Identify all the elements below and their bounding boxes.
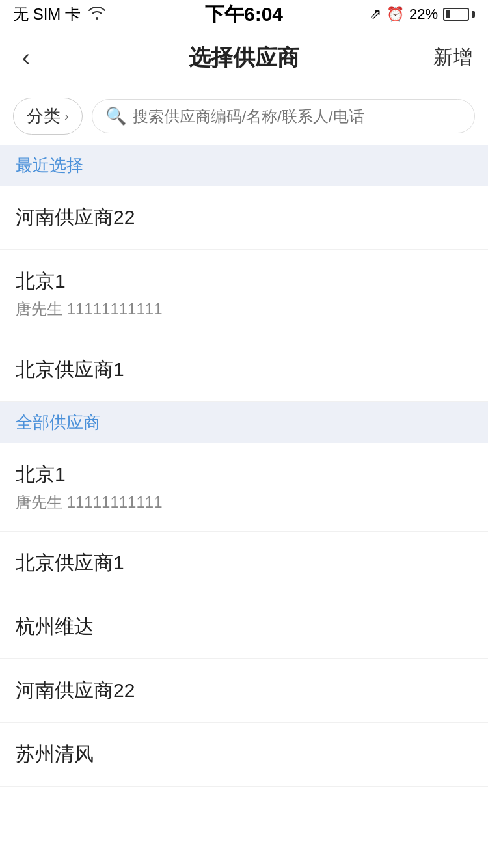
item-name: 北京1	[16, 461, 472, 488]
carrier-label: 无 SIM 卡	[13, 4, 81, 25]
add-button[interactable]: 新增	[433, 44, 472, 71]
recent-list: 河南供应商22北京1唐先生 11111111111北京供应商1	[0, 186, 488, 402]
item-name: 杭州维达	[16, 614, 472, 640]
back-button[interactable]: ‹	[16, 38, 36, 78]
recent-list-item[interactable]: 河南供应商22	[0, 186, 488, 250]
battery-percent: 22%	[409, 6, 438, 23]
search-icon: 🔍	[105, 106, 126, 126]
item-name: 河南供应商22	[16, 204, 472, 231]
wifi-icon	[87, 5, 107, 23]
status-time: 下午6:04	[205, 1, 283, 28]
recent-section-header: 最近选择	[0, 145, 488, 186]
item-name: 河南供应商22	[16, 677, 472, 704]
search-box: 🔍	[92, 99, 475, 133]
status-bar: 无 SIM 卡 下午6:04 ⇗ ⏰ 22%	[0, 0, 488, 29]
item-name: 北京供应商1	[16, 357, 472, 383]
search-input[interactable]	[133, 107, 461, 126]
status-right: ⇗ ⏰ 22%	[370, 6, 475, 23]
all-section-header: 全部供应商	[0, 402, 488, 443]
category-label: 分类	[27, 105, 61, 128]
chevron-right-icon: ›	[64, 109, 69, 124]
alarm-icon: ⏰	[386, 6, 404, 23]
location-icon: ⇗	[370, 6, 381, 23]
nav-bar: ‹ 选择供应商 新增	[0, 29, 488, 87]
recent-section-label: 最近选择	[16, 156, 83, 175]
item-name: 北京供应商1	[16, 550, 472, 576]
filter-bar: 分类 › 🔍	[0, 87, 488, 145]
all-list-item[interactable]: 北京1唐先生 11111111111	[0, 443, 488, 532]
recent-list-item[interactable]: 北京1唐先生 11111111111	[0, 250, 488, 338]
all-list: 北京1唐先生 11111111111北京供应商1杭州维达河南供应商22苏州清风	[0, 443, 488, 787]
item-contact: 唐先生 11111111111	[16, 492, 472, 513]
page-title: 选择供应商	[189, 43, 299, 73]
item-contact: 唐先生 11111111111	[16, 299, 472, 319]
all-list-item[interactable]: 北京供应商1	[0, 532, 488, 595]
item-name: 苏州清风	[16, 741, 472, 768]
category-button[interactable]: 分类 ›	[13, 98, 83, 135]
all-list-item[interactable]: 苏州清风	[0, 723, 488, 787]
status-left: 无 SIM 卡	[13, 4, 107, 25]
recent-list-item[interactable]: 北京供应商1	[0, 338, 488, 402]
all-list-item[interactable]: 杭州维达	[0, 595, 488, 659]
all-list-item[interactable]: 河南供应商22	[0, 659, 488, 723]
item-name: 北京1	[16, 268, 472, 295]
all-section-label: 全部供应商	[16, 413, 100, 432]
battery-indicator	[443, 8, 475, 21]
